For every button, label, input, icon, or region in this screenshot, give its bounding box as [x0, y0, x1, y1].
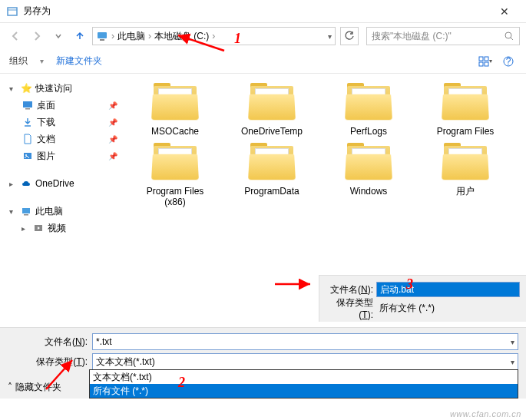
filename-input[interactable] [376, 282, 520, 297]
folder-item[interactable]: MSOCache [133, 83, 217, 137]
chevron-down-icon: ▾ [40, 57, 44, 65]
filename-combo[interactable]: *.txt▾ [92, 333, 518, 350]
folder-label: OneDriveTemp [241, 126, 303, 137]
folder-icon [344, 143, 393, 183]
pc-icon [96, 30, 108, 42]
filetype-value[interactable]: 所有文件 (*.*) [376, 302, 520, 315]
svg-rect-7 [485, 57, 488, 61]
pin-icon: 📌 [108, 152, 124, 160]
svg-rect-8 [479, 62, 483, 66]
folder-item[interactable]: ProgramData [230, 143, 314, 207]
pc-icon [20, 205, 32, 217]
folder-icon [344, 83, 393, 123]
folder-item[interactable]: Program Files (x86) [133, 143, 217, 207]
folder-label: PerfLogs [350, 126, 387, 137]
folder-item[interactable]: OneDriveTemp [230, 83, 314, 137]
folder-icon [151, 143, 200, 183]
filetype-label: 保存类型(T): [326, 296, 373, 320]
picture-icon [22, 150, 34, 162]
folder-label: 用户 [456, 186, 475, 197]
toolbar: 组织 ▾ 新建文件夹 ▾ ? [0, 49, 526, 74]
sidebar-pictures[interactable]: 图片📌 [3, 147, 124, 164]
breadcrumb-pc[interactable]: 此电脑 [117, 30, 145, 43]
organize-menu[interactable]: 组织 [9, 55, 28, 68]
sidebar: ▾⭐快速访问 桌面📌 下载📌 文档📌 图片📌 ▸OneDrive ▾此电脑 ▸视… [0, 74, 127, 327]
bottom-panel: 文件名(N): *.txt▾ 保存类型(T): 文本文档(*.txt)▾ 文本文… [0, 327, 526, 375]
back-button[interactable] [6, 27, 25, 45]
search-input[interactable]: 搜索"本地磁盘 (C:)" [366, 27, 520, 45]
document-icon [22, 133, 34, 145]
svg-rect-3 [100, 39, 104, 41]
chevron-down-icon: ▾ [511, 358, 514, 366]
desktop-icon [22, 99, 34, 111]
svg-rect-0 [8, 8, 17, 15]
svg-rect-6 [479, 57, 483, 61]
help-button[interactable]: ? [500, 53, 517, 70]
sidebar-desktop[interactable]: 桌面📌 [3, 97, 124, 114]
svg-rect-12 [23, 101, 32, 107]
folder-label: ProgramData [244, 186, 299, 197]
sidebar-downloads[interactable]: 下载📌 [3, 114, 124, 131]
svg-rect-18 [24, 214, 28, 216]
svg-point-4 [505, 32, 511, 38]
dropdown-option[interactable]: 文本文档(*.txt) [90, 370, 518, 384]
address-dropdown-icon[interactable]: ▾ [328, 32, 332, 41]
folder-label: Program Files [437, 126, 495, 137]
video-icon [32, 222, 45, 234]
sidebar-thispc[interactable]: ▾此电脑 [3, 203, 124, 220]
filetype-label: 保存类型(T): [8, 356, 92, 369]
dialog-body: ▾⭐快速访问 桌面📌 下载📌 文档📌 图片📌 ▸OneDrive ▾此电脑 ▸视… [0, 74, 526, 327]
svg-rect-17 [22, 208, 30, 213]
folder-icon [441, 83, 490, 123]
pin-icon: 📌 [108, 101, 124, 110]
new-folder-button[interactable]: 新建文件夹 [56, 55, 102, 68]
title-bar: 另存为 ✕ [0, 0, 526, 23]
svg-rect-9 [485, 62, 488, 66]
cloud-icon [20, 177, 32, 190]
view-options-button[interactable]: ▾ [477, 53, 494, 70]
app-icon [6, 5, 18, 18]
chevron-right-icon: › [212, 31, 215, 41]
breadcrumb-drive[interactable]: 本地磁盘 (C:) [154, 30, 209, 43]
file-list[interactable]: MSOCacheOneDriveTempPerfLogsProgram File… [127, 74, 526, 327]
dropdown-option[interactable]: 所有文件 (*.*) [90, 384, 518, 398]
pin-icon: 📌 [108, 118, 124, 127]
nav-bar: › 此电脑 › 本地磁盘 (C:) › ▾ 搜索"本地磁盘 (C:)" [0, 23, 526, 49]
chevron-right-icon: › [111, 31, 114, 41]
folder-item[interactable]: Windows [326, 143, 411, 207]
download-icon [22, 116, 34, 128]
star-icon: ⭐ [20, 82, 32, 94]
search-icon [504, 31, 514, 41]
pin-icon: 📌 [108, 135, 124, 144]
folder-item[interactable]: PerfLogs [326, 83, 411, 137]
forward-button[interactable] [28, 27, 46, 45]
sidebar-quick-access[interactable]: ▾⭐快速访问 [3, 80, 124, 97]
folder-icon [151, 83, 200, 123]
window-title: 另存为 [23, 5, 489, 18]
folder-label: Windows [350, 186, 388, 197]
filename-label: 文件名(N): [326, 283, 373, 296]
refresh-button[interactable] [340, 27, 359, 45]
close-button[interactable]: ✕ [489, 5, 520, 18]
chevron-right-icon: › [148, 31, 151, 41]
up-button[interactable] [71, 27, 89, 45]
filetype-dropdown[interactable]: 文本文档(*.txt) 所有文件 (*.*) [89, 369, 518, 399]
hide-folders-toggle[interactable]: ˄ 隐藏文件夹 [8, 381, 61, 394]
search-placeholder: 搜索"本地磁盘 (C:)" [372, 30, 504, 43]
folder-label: MSOCache [151, 126, 199, 137]
address-bar[interactable]: › 此电脑 › 本地磁盘 (C:) › ▾ [92, 27, 336, 45]
filename-label: 文件名(N): [8, 336, 92, 349]
sidebar-documents[interactable]: 文档📌 [3, 131, 124, 147]
sidebar-videos[interactable]: ▸视频 [3, 220, 124, 236]
chevron-down-icon: ▾ [511, 338, 514, 346]
watermark: www.cfan.com.cn [450, 409, 521, 418]
svg-text:?: ? [506, 56, 511, 67]
sidebar-onedrive[interactable]: ▸OneDrive [3, 175, 124, 192]
filetype-combo[interactable]: 文本文档(*.txt)▾ [92, 353, 518, 370]
svg-line-5 [511, 38, 513, 40]
folder-item[interactable]: 用户 [423, 143, 508, 207]
folder-icon [441, 143, 490, 183]
recent-dropdown[interactable] [49, 27, 68, 45]
svg-rect-13 [25, 108, 30, 110]
folder-item[interactable]: Program Files [423, 83, 508, 137]
